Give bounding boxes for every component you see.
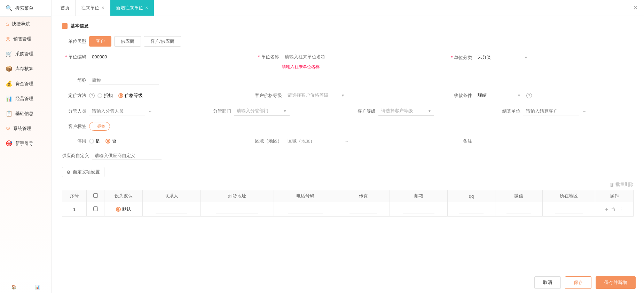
supplier-custom-input[interactable]	[92, 152, 162, 160]
disabled-field: 停用 是 否	[62, 138, 248, 144]
row-qq	[448, 202, 495, 217]
pricing-level-radio[interactable]: 价格等级	[118, 92, 143, 99]
sidebar: 🔍 搜索菜单 ⌂ 快捷导航 ◎ 销售管理 🛒 采购管理 📦 库存核算 💰 资金管…	[0, 0, 52, 293]
save-new-button[interactable]: 保存并新增	[596, 276, 636, 289]
unit-category-select[interactable]: 未分类 ▼	[475, 53, 531, 62]
customer-price-level-label: 客户价格等级	[255, 92, 282, 99]
sidebar-item-inventory[interactable]: 📦 库存核算	[0, 61, 51, 76]
gear-icon: ⚙	[66, 170, 71, 175]
unit-name-error: 请输入往来单位名称	[282, 64, 320, 70]
sidebar-item-guide[interactable]: 🎯 新手引导	[0, 136, 51, 151]
sidebar-stats-btn[interactable]: 📊	[27, 285, 48, 290]
row-op-btns: + 🗑 ⋮	[599, 206, 630, 212]
search-icon: 🔍	[6, 5, 13, 11]
row-email	[390, 202, 447, 217]
row-default-radio[interactable]: 默认	[108, 206, 139, 212]
remark-label: 备注	[448, 138, 472, 144]
sidebar-item-sales[interactable]: ◎ 销售管理	[0, 31, 51, 46]
unit-code-label: 单位编码	[62, 54, 86, 60]
section-title: 基本信息	[70, 23, 88, 29]
row-phone-input[interactable]	[288, 205, 323, 213]
supervisor-input[interactable]	[89, 107, 145, 115]
row-default-label: 默认	[122, 206, 131, 212]
search-menu-item[interactable]: 🔍 搜索菜单	[0, 0, 51, 17]
add-tag-btn[interactable]: + 标签	[89, 122, 110, 131]
basic-info-icon: 📋	[6, 110, 13, 117]
tab-new-partner-close[interactable]: ✕	[145, 6, 148, 10]
save-button[interactable]: 保存	[565, 276, 591, 289]
tab-home-label: 首页	[61, 5, 70, 11]
row-qq-input[interactable]	[459, 205, 484, 213]
unit-name-input[interactable]	[282, 53, 352, 61]
unit-type-btn-both[interactable]: 客户/供应商	[144, 36, 181, 47]
col-email: 邮箱	[390, 190, 447, 202]
tab-partners-label: 往来单位	[81, 5, 99, 11]
row-fax	[337, 202, 390, 217]
cancel-button[interactable]: 取消	[534, 276, 561, 289]
select-all-checkbox[interactable]	[93, 193, 98, 198]
contact-table: 序号 设为默认 联系人 到货地址 电话号码 传真 邮箱 qq 微信 所在地区 操…	[62, 190, 634, 217]
sidebar-label-quick-nav: 快捷导航	[12, 21, 30, 27]
disabled-yes-radio[interactable]: 是	[89, 138, 100, 144]
disabled-no-radio[interactable]: 否	[105, 138, 116, 144]
collection-condition-select[interactable]: 现结 ▼	[475, 91, 524, 100]
tab-partners[interactable]: 往来单位 ✕	[76, 0, 110, 16]
settlement-more-btn[interactable]: ···	[582, 109, 588, 114]
row-wechat-input[interactable]	[506, 205, 531, 213]
sidebar-item-basic-info[interactable]: 📋 基础信息	[0, 106, 51, 121]
supervisor-dept-select[interactable]: 请输入分管部门 ▼	[234, 106, 290, 116]
supplier-custom-row: 供应商自定义	[62, 152, 634, 160]
tab-partners-close[interactable]: ✕	[101, 6, 104, 10]
col-wechat: 微信	[495, 190, 542, 202]
supervisor-dept-label: 分管部门	[207, 108, 231, 114]
tab-home[interactable]: 首页	[55, 0, 76, 16]
customer-level-placeholder: 请选择客户等级	[381, 108, 413, 114]
pricing-help-icon[interactable]: ?	[89, 93, 95, 98]
row-address-input[interactable]	[216, 205, 258, 213]
row-op-cell: + 🗑 ⋮	[595, 202, 634, 217]
customer-tag-label: 客户标签	[62, 123, 86, 130]
unit-type-btn-customer[interactable]: 客户	[89, 36, 111, 47]
sidebar-item-system[interactable]: ⚙ 系统管理	[0, 121, 51, 136]
row-delete-btn[interactable]: 🗑	[611, 206, 616, 212]
sales-icon: ◎	[6, 35, 10, 42]
row-checkbox-input[interactable]	[93, 206, 98, 211]
price-level-arrow: ▼	[341, 93, 345, 97]
row-email-input[interactable]	[403, 205, 434, 213]
row-drag-handle[interactable]: ⋮	[619, 206, 623, 212]
unit-code-input[interactable]	[89, 53, 159, 61]
remark-input[interactable]	[475, 137, 544, 145]
sidebar-label-finance: 资金管理	[15, 81, 33, 87]
sidebar-item-finance[interactable]: 💰 资金管理	[0, 76, 51, 91]
settlement-unit-input[interactable]	[523, 107, 579, 115]
operations-icon: 📊	[6, 95, 13, 102]
sidebar-item-operations[interactable]: 📊 经营管理	[0, 91, 51, 106]
region-more-btn[interactable]: ···	[343, 139, 350, 144]
row-region-input[interactable]	[555, 205, 583, 213]
sidebar-item-purchase[interactable]: 🛒 采购管理	[0, 46, 51, 61]
short-name-input[interactable]	[89, 76, 159, 84]
tab-new-partner[interactable]: 新增往来单位 ✕	[110, 0, 154, 16]
sidebar-home-btn[interactable]: 🏠	[3, 285, 24, 290]
supervisor-more-btn[interactable]: ···	[148, 109, 154, 114]
row-contact-input[interactable]	[156, 205, 187, 213]
batch-delete-label[interactable]: 批量删除	[615, 181, 634, 188]
customer-level-select[interactable]: 请选择客户等级 ▼	[378, 106, 434, 116]
close-all-tabs-btn[interactable]: ✕	[630, 5, 641, 11]
supervisor-dept-field: 分管部门 请输入分管部门 ▼	[207, 106, 345, 116]
purchase-icon: 🛒	[6, 50, 13, 57]
sidebar-item-quick-nav[interactable]: ⌂ 快捷导航	[0, 17, 51, 31]
row-add-btn[interactable]: +	[605, 206, 608, 212]
disabled-yes-label: 是	[95, 138, 100, 144]
unit-type-btn-supplier[interactable]: 供应商	[114, 36, 141, 47]
collection-condition-label: 收款条件	[448, 92, 472, 99]
custom-setting-btn[interactable]: ⚙ 自定义项设置	[62, 167, 104, 177]
pricing-discount-radio[interactable]: 折扣	[97, 92, 113, 99]
unit-name-label: 单位名称	[255, 54, 279, 60]
customer-price-level-select[interactable]: 请选择客户价格等级 ▼	[285, 91, 347, 100]
bottom-section: ⚙ 自定义项设置 🗑 批量删除 序号 设为默认 联系人 到货地址 电话号码 传真	[62, 167, 634, 217]
collection-help-icon[interactable]: ?	[526, 93, 532, 98]
row-fax-input[interactable]	[350, 205, 377, 213]
supplier-custom-label: 供应商自定义	[62, 153, 89, 159]
region-input[interactable]	[285, 137, 340, 145]
